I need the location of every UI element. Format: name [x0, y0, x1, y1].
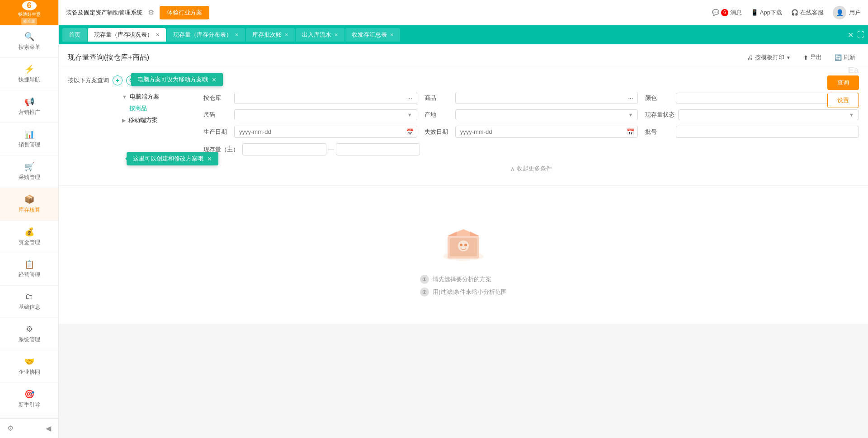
step-2-text: 用[过滤]条件来缩小分析范围 [433, 288, 506, 296]
search-icon: 🔍 [24, 32, 34, 42]
sidebar-item-sales[interactable]: 📊 销售管理 [0, 123, 58, 155]
sidebar-item-marketing[interactable]: 📢 营销推广 [0, 90, 58, 123]
collapse-bar[interactable]: ∧ 收起更多条件 [203, 161, 859, 176]
message-item[interactable]: 💬 6 消息 [712, 9, 742, 17]
empty-illustration [436, 213, 491, 268]
sidebar-label-marketing: 营销推广 [19, 108, 40, 116]
tab-collect-summary[interactable]: 收发存汇总表 ✕ [345, 28, 400, 42]
size-select[interactable]: ▼ [234, 109, 417, 120]
ea-label: Ea [848, 65, 859, 75]
tab-inout-flow-close[interactable]: ✕ [334, 32, 338, 38]
export-button[interactable]: ⬆ 导出 [800, 52, 826, 63]
filter-size: 尺码 ▼ [203, 109, 417, 120]
refresh-button[interactable]: 🔄 刷新 [831, 52, 859, 63]
app-download-item[interactable]: 📱 App下载 [751, 9, 782, 17]
stock-status-select[interactable]: ▼ [678, 109, 859, 120]
sidebar-item-inventory[interactable]: 📦 库存核算 [0, 188, 58, 221]
user-area[interactable]: 👤 用户 [833, 6, 861, 19]
sidebar-label-purchase: 采购管理 [19, 174, 40, 181]
logo-icon: 6 [22, 1, 37, 10]
production-date-input[interactable] [234, 126, 417, 138]
tab-batch-accounts-close[interactable]: ✕ [284, 32, 288, 38]
guide-icon: 🎯 [24, 389, 34, 399]
sidebar-item-quicknav[interactable]: ⚡ 快捷导航 [0, 58, 58, 90]
sidebar-item-system[interactable]: ⚙ 系统管理 [0, 318, 58, 350]
content-inner: 现存量查询(按仓库+商品) 🖨 按模板打印 ▼ ⬆ 导出 🔄 刷新 [59, 44, 868, 324]
step-1-text: 请先选择要分析的方案 [433, 275, 491, 283]
page-content: 现存量查询(按仓库+商品) 🖨 按模板打印 ▼ ⬆ 导出 🔄 刷新 [59, 44, 868, 438]
size-label: 尺码 [203, 111, 231, 119]
empty-step-1: ① 请先选择要分析的方案 [420, 275, 506, 284]
tab-maximize-icon[interactable]: ⛶ [857, 31, 864, 39]
production-date-label: 生产日期 [203, 128, 231, 136]
tab-inventory-status-close[interactable]: ✕ [156, 32, 160, 38]
message-label: 消息 [730, 9, 742, 17]
scheme-desktop-sub[interactable]: 按商品 [129, 103, 185, 114]
search-button[interactable]: 查询 [827, 75, 859, 90]
sidebar-item-search[interactable]: 🔍 搜索菜单 [0, 25, 58, 58]
print-button[interactable]: 🖨 按模板打印 ▼ [744, 52, 794, 63]
online-support-item[interactable]: 🎧 在线客服 [791, 9, 824, 17]
print-label: 按模板打印 [755, 53, 784, 61]
filter-row-1: 按仓库 ··· 商品 ··· [203, 92, 859, 104]
range-dash: — [328, 146, 334, 153]
topbar: 装备及固定资产辅助管理系统 ⚙ 体验行业方案 💬 6 消息 📱 App下载 🎧 … [59, 0, 868, 25]
scheme-edit-popover-close[interactable]: ✕ [207, 155, 212, 162]
purchase-icon: 🛒 [24, 162, 34, 172]
filter-add-button[interactable]: + [113, 75, 123, 85]
scheme-mobile-group[interactable]: ▶ 移动端方案 [122, 114, 185, 126]
warehouse-select[interactable]: ··· [234, 92, 417, 104]
tab-minimize-icon[interactable]: ✕ [848, 31, 854, 39]
industry-plan-button[interactable]: 体验行业方案 [160, 6, 209, 19]
tab-home[interactable]: 首页 [62, 28, 87, 42]
tab-inventory-dist[interactable]: 现存量（库存分布表） ✕ [167, 28, 245, 42]
settings-icon[interactable]: ⚙ [7, 424, 14, 433]
chevron-right-icon: ▶ [122, 118, 126, 123]
app-download-label: App下载 [760, 9, 782, 17]
stock-main-max-input[interactable] [336, 143, 420, 155]
operations-icon: 📋 [24, 259, 34, 269]
refresh-label: 刷新 [844, 53, 855, 61]
color-label: 颜色 [645, 94, 672, 102]
tab-inventory-status[interactable]: 现存量（库存状况表） ✕ [88, 28, 166, 42]
system-settings-icon[interactable]: ⚙ [148, 8, 154, 17]
phone-icon: 📱 [751, 9, 758, 16]
expiry-date-input[interactable] [455, 126, 638, 138]
stock-main-min-input[interactable] [242, 143, 326, 155]
headset-icon: 🎧 [791, 9, 798, 16]
empty-state: ① 请先选择要分析的方案 ② 用[过滤]条件来缩小分析范围 [59, 186, 868, 324]
marketing-icon: 📢 [24, 97, 34, 107]
empty-steps: ① 请先选择要分析的方案 ② 用[过滤]条件来缩小分析范围 [420, 275, 506, 297]
sidebar-item-collab[interactable]: 🤝 企业协同 [0, 350, 58, 383]
tab-batch-accounts[interactable]: 库存批次账 ✕ [246, 28, 295, 42]
scheme-desktop-group[interactable]: ▼ 电脑端方案 [122, 91, 185, 103]
production-date-wrap: 📅 [234, 126, 417, 138]
stock-main-range: — [242, 143, 420, 155]
sidebar-item-purchase[interactable]: 🛒 采购管理 [0, 155, 58, 188]
scheme-popover-close[interactable]: ✕ [212, 76, 217, 83]
tab-inout-flow-label: 出入库流水 [302, 31, 331, 39]
sidebar-item-guide[interactable]: 🎯 新手引导 [0, 383, 58, 415]
sidebar-item-operations[interactable]: 📋 经营管理 [0, 253, 58, 286]
production-date-calendar-icon[interactable]: 📅 [406, 128, 414, 136]
size-chevron-icon: ▼ [407, 112, 412, 118]
tab-collect-summary-close[interactable]: ✕ [390, 32, 394, 38]
tab-inventory-dist-close[interactable]: ✕ [235, 32, 239, 38]
topbar-left: 装备及固定资产辅助管理系统 ⚙ 体验行业方案 [66, 6, 209, 19]
collapse-sidebar-icon[interactable]: ◀ [46, 424, 51, 433]
warehouse-label: 按仓库 [203, 94, 231, 102]
empty-svg-illustration [436, 213, 491, 268]
sidebar-item-basicinfo[interactable]: 🗂 基础信息 [0, 286, 58, 318]
tab-inout-flow[interactable]: 出入库流水 ✕ [296, 28, 344, 42]
filter-product: 商品 ··· [425, 92, 638, 104]
sidebar-label-sales: 销售管理 [19, 141, 40, 149]
expiry-date-calendar-icon[interactable]: 📅 [627, 128, 634, 136]
sidebar-label-basicinfo: 基础信息 [19, 303, 40, 311]
batch-input[interactable] [676, 126, 859, 138]
product-select[interactable]: ··· [455, 92, 638, 104]
step-1-number: ① [420, 275, 429, 284]
sidebar-item-finance[interactable]: 💰 资金管理 [0, 221, 58, 253]
page-title: 现存量查询(按仓库+商品) [68, 53, 149, 62]
origin-select[interactable]: ▼ [455, 109, 638, 120]
reset-button[interactable]: 设置 [827, 93, 859, 108]
